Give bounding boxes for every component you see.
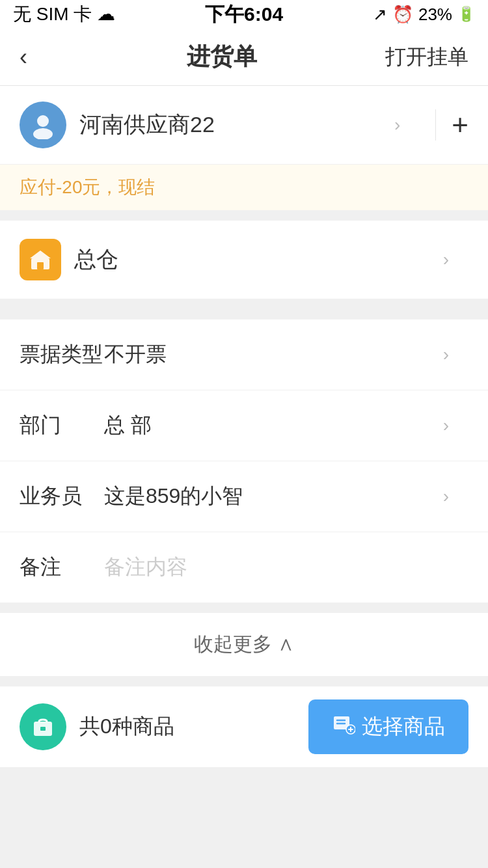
supplier-chevron-icon: › [394, 115, 400, 135]
sim-signal: 无 SIM 卡 ☁ [13, 2, 115, 27]
add-supplier-button[interactable]: + [452, 111, 468, 139]
status-bar: 无 SIM 卡 ☁ 下午6:04 ↗ ⏰ 23% 🔋 [0, 0, 488, 29]
department-row[interactable]: 部门 总 部 › [0, 390, 488, 461]
department-value: 总 部 [104, 411, 443, 440]
form-card: 票据类型 不开票 › 部门 总 部 › 业务员 这是859的小智 › 备注 备注… [0, 319, 488, 603]
salesperson-chevron-icon: › [443, 486, 449, 507]
battery-text: 23% [418, 5, 452, 25]
invoice-type-value: 不开票 [104, 340, 443, 369]
supplier-notice: 应付-20元，现结 [0, 165, 488, 210]
status-right: ↗ ⏰ 23% 🔋 [373, 5, 475, 25]
select-product-label: 选择商品 [362, 712, 445, 741]
svg-rect-4 [37, 262, 44, 269]
supplier-avatar [20, 102, 66, 148]
remaining-area [0, 767, 488, 868]
salesperson-value: 这是859的小智 [104, 482, 443, 511]
divider [435, 109, 436, 141]
remark-label: 备注 [20, 553, 104, 582]
remark-row[interactable]: 备注 备注内容 [0, 532, 488, 603]
salesperson-row[interactable]: 业务员 这是859的小智 › [0, 461, 488, 532]
spacer [0, 210, 488, 221]
alarm-icon: ⏰ [392, 5, 413, 25]
select-product-button[interactable]: 选择商品 [308, 699, 468, 754]
battery-icon: 🔋 [457, 6, 475, 23]
select-product-icon [332, 712, 355, 741]
spacer2 [0, 309, 488, 319]
location-icon: ↗ [373, 5, 387, 25]
nav-bar: ‹ 进货单 打开挂单 [0, 29, 488, 86]
department-chevron-icon: › [443, 415, 449, 436]
supplier-row[interactable]: 河南供应商22 › + [0, 86, 488, 165]
svg-marker-3 [30, 251, 51, 258]
warehouse-icon [20, 239, 61, 280]
remark-input[interactable]: 备注内容 [104, 553, 468, 582]
supplier-section: 河南供应商22 › + 应付-20元，现结 [0, 86, 488, 210]
back-button[interactable]: ‹ [20, 44, 59, 71]
invoice-type-chevron-icon: › [443, 344, 449, 365]
content-area: 河南供应商22 › + 应付-20元，现结 总仓 › 票据类型 不开票 › 部门 [0, 86, 488, 868]
open-pending-button[interactable]: 打开挂单 [385, 43, 468, 72]
invoice-type-label: 票据类型 [20, 340, 104, 369]
department-label: 部门 [20, 411, 104, 440]
invoice-type-row[interactable]: 票据类型 不开票 › [0, 319, 488, 390]
warehouse-chevron-icon: › [443, 249, 449, 270]
bottom-bar: 共0种商品 选择商品 [0, 686, 488, 767]
salesperson-label: 业务员 [20, 482, 104, 511]
supplier-name: 河南供应商22 [79, 110, 394, 140]
svg-point-0 [37, 115, 49, 127]
warehouse-row[interactable]: 总仓 › [0, 221, 488, 299]
status-left: 无 SIM 卡 ☁ [13, 2, 115, 27]
status-time: 下午6:04 [205, 1, 283, 28]
warehouse-name: 总仓 [74, 245, 443, 275]
product-count: 共0种商品 [79, 712, 295, 741]
svg-point-1 [33, 128, 53, 139]
collapse-button[interactable]: 收起更多 ∧ [0, 613, 488, 676]
svg-rect-6 [40, 727, 46, 731]
product-icon [20, 703, 66, 750]
page-title: 进货单 [187, 41, 257, 73]
